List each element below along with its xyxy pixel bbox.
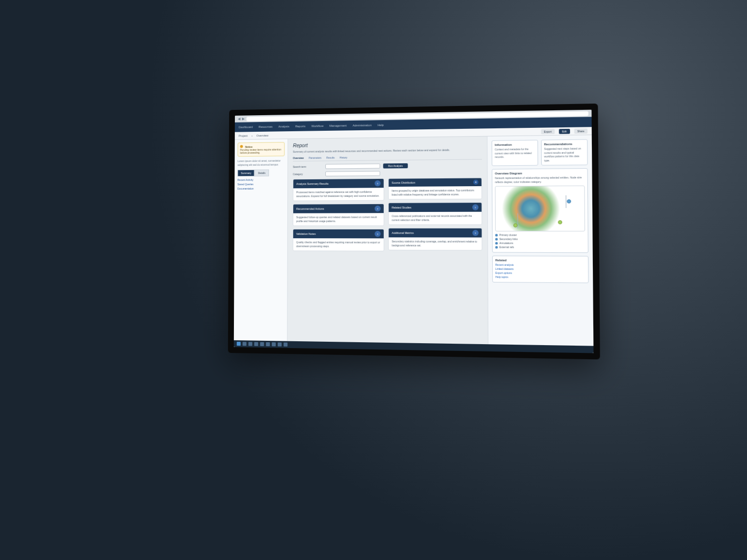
- related-title: Related: [495, 259, 585, 262]
- card-title: Validation Notes: [296, 232, 316, 235]
- ribbon-item[interactable]: Administration: [353, 123, 372, 127]
- page-description: Summary of current analysis results with…: [293, 148, 481, 154]
- run-button[interactable]: Run Analysis: [383, 163, 408, 169]
- sidebar-tab[interactable]: Summary: [237, 170, 254, 176]
- card-title: Related Studies: [391, 206, 411, 209]
- monitor-bezel: ◀ ▶ Dashboard Resources Analysis Reports…: [228, 104, 600, 359]
- result-card: Validation Notes › Quality checks and fl…: [293, 229, 384, 251]
- taskbar-app-icon[interactable]: [260, 342, 264, 346]
- sidebar-link[interactable]: Saved Queries: [237, 182, 285, 186]
- sidebar-link[interactable]: Documentation: [237, 187, 285, 190]
- result-card: Recommended Actions › Suggested follow-u…: [293, 204, 384, 226]
- tab-history[interactable]: History: [339, 156, 347, 159]
- sidebar-tabs: Summary Details: [237, 169, 285, 176]
- forward-icon[interactable]: ▶: [242, 117, 245, 121]
- ribbon-item[interactable]: Analysis: [278, 125, 289, 128]
- back-icon[interactable]: ◀: [238, 117, 240, 121]
- legend-item: Secondary links: [495, 237, 585, 240]
- related-link[interactable]: Recent analysis: [495, 263, 585, 267]
- breadcrumb[interactable]: Project: [239, 134, 248, 137]
- taskbar-app-icon[interactable]: [278, 342, 282, 346]
- card-body: Secondary statistics including coverage,…: [389, 237, 481, 250]
- edit-button[interactable]: Edit: [559, 128, 569, 134]
- card-title: Source Distribution: [391, 181, 415, 184]
- network-diagram[interactable]: [495, 186, 585, 231]
- content-tabs: Overview Parameters Results History: [293, 155, 482, 161]
- category-row: Category: [293, 170, 482, 176]
- visualization-box: Overview Diagram Network representation …: [492, 168, 588, 253]
- related-link[interactable]: Export options: [496, 271, 586, 275]
- page-title: Report: [293, 140, 481, 148]
- warning-icon: [240, 145, 243, 148]
- sidebar-tab[interactable]: Details: [255, 170, 269, 176]
- alert-body: Pending review items require attention b…: [240, 148, 283, 154]
- legend-item: External refs: [495, 245, 585, 249]
- tab-overview[interactable]: Overview: [293, 157, 303, 159]
- expand-icon[interactable]: ›: [472, 204, 479, 210]
- card-title: Additional Metrics: [392, 231, 414, 234]
- taskbar-app-icon[interactable]: [272, 342, 276, 346]
- card-header[interactable]: Validation Notes ›: [293, 229, 384, 238]
- card-body: Suggested follow-up queries and related …: [293, 213, 384, 226]
- card-header[interactable]: Analysis Summary Results ›: [293, 179, 384, 188]
- sidebar-alert: Notice Pending review items require atte…: [238, 142, 285, 157]
- main-content: Report Summary of current analysis resul…: [287, 137, 488, 351]
- card-header[interactable]: Additional Metrics ›: [389, 228, 481, 238]
- expand-icon[interactable]: ›: [374, 180, 380, 186]
- info-title: Information: [495, 143, 534, 146]
- result-card: Source Distribution 4 Items grouped by o…: [388, 177, 482, 199]
- bullet-icon: [495, 242, 498, 244]
- legend-item: Primary cluster: [495, 233, 585, 236]
- related-box: Related Recent analysis Linked datasets …: [492, 256, 589, 283]
- legend-item: Annotations: [495, 242, 585, 245]
- viz-description: Network representation of relationships …: [495, 176, 585, 184]
- result-card: Additional Metrics › Secondary statistic…: [388, 228, 482, 251]
- share-button[interactable]: Share: [574, 128, 587, 134]
- screen: ◀ ▶ Dashboard Resources Analysis Reports…: [234, 110, 594, 353]
- sidebar-link[interactable]: Recent Activity: [237, 178, 285, 181]
- ribbon-item[interactable]: Workflow: [311, 124, 323, 127]
- tab-parameters[interactable]: Parameters: [309, 156, 321, 159]
- expand-icon[interactable]: ›: [374, 231, 380, 237]
- bullet-icon: [495, 246, 498, 248]
- info-box: Information Context and metadata for the…: [492, 140, 538, 166]
- export-button[interactable]: Export: [541, 129, 555, 134]
- card-grid: Analysis Summary Results › Processed ite…: [293, 177, 482, 254]
- card-header[interactable]: Related Studies ›: [389, 203, 481, 212]
- ribbon-item[interactable]: Dashboard: [239, 125, 253, 128]
- bullet-icon: [495, 234, 498, 236]
- taskbar-app-icon[interactable]: [284, 343, 287, 347]
- card-body: Quality checks and flagged entries requi…: [293, 238, 384, 251]
- graph-node-icon: [567, 199, 571, 203]
- viz-title: Overview Diagram: [495, 171, 585, 175]
- field-label: Category: [293, 173, 322, 176]
- ribbon-item[interactable]: Resources: [259, 125, 273, 128]
- chevron-right-icon: ›: [251, 134, 252, 137]
- related-link[interactable]: Linked datasets: [495, 267, 585, 271]
- search-input[interactable]: [325, 163, 380, 169]
- card-body: Cross-referenced publications and extern…: [389, 212, 481, 225]
- graph-node-icon: [513, 223, 517, 227]
- card-header[interactable]: Source Distribution 4: [389, 178, 481, 187]
- info-body: Context and metadata for the current vie…: [495, 147, 534, 159]
- breadcrumb[interactable]: Overview: [256, 134, 268, 137]
- photo-scene: ◀ ▶ Dashboard Resources Analysis Reports…: [0, 0, 747, 560]
- card-header[interactable]: Recommended Actions ›: [293, 204, 384, 213]
- related-link[interactable]: Help topics: [496, 275, 586, 279]
- taskbar-app-icon[interactable]: [266, 342, 270, 346]
- expand-icon[interactable]: ›: [472, 230, 479, 236]
- result-card: Analysis Summary Results › Processed ite…: [293, 178, 384, 201]
- tab-results[interactable]: Results: [326, 156, 335, 159]
- taskbar-app-icon[interactable]: [254, 342, 258, 346]
- info-body: Suggested next steps based on current re…: [544, 147, 585, 162]
- category-select[interactable]: [325, 171, 380, 176]
- taskbar-app-icon[interactable]: [243, 342, 247, 346]
- bullet-icon: [495, 238, 498, 240]
- expand-icon[interactable]: ›: [374, 206, 380, 211]
- start-icon[interactable]: [237, 342, 241, 346]
- ribbon-item[interactable]: Reports: [295, 125, 305, 128]
- taskbar-app-icon[interactable]: [249, 342, 252, 346]
- ribbon-item[interactable]: Help: [377, 123, 384, 126]
- ribbon-item[interactable]: Management: [329, 124, 347, 127]
- main-layout: Notice Pending review items require atte…: [234, 135, 594, 353]
